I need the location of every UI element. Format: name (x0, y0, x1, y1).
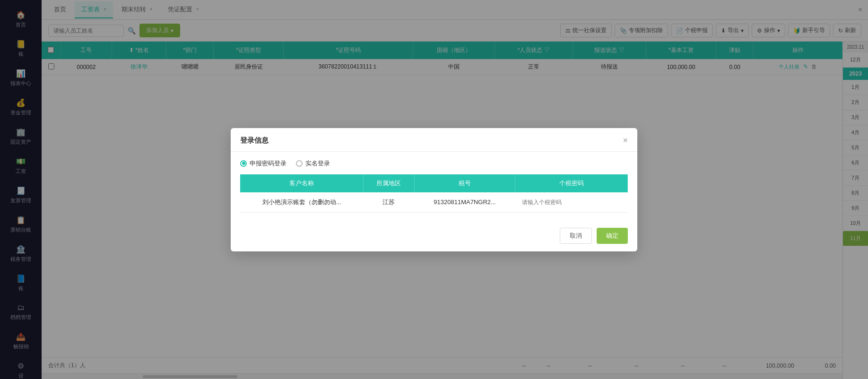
radio-realname-login[interactable]: 实名登录 (296, 159, 330, 168)
dialog-footer: 取消 确定 (231, 220, 637, 251)
dialog-row-name: 刘小艳演示账套（勿删勿动... (240, 192, 363, 213)
dialog-col-password: 个税密码 (515, 174, 628, 192)
dialog-table: 客户名称 所属地区 税号 个税密码 刘小艳演示账套（勿删勿动... 江苏 913… (240, 174, 628, 213)
dialog-row-password[interactable] (515, 192, 628, 213)
dialog-body: 申报密码登录 实名登录 客户名称 所属地区 税号 个税密码 (231, 152, 637, 220)
tax-password-input[interactable] (522, 199, 621, 206)
login-type-radio-group: 申报密码登录 实名登录 (240, 159, 628, 168)
radio-realname-label: 实名登录 (305, 159, 330, 168)
dialog-table-row: 刘小艳演示账套（勿删勿动... 江苏 91320811MA7NGR2... (240, 192, 628, 213)
login-dialog: 登录信息 × 申报密码登录 实名登录 客户名称 所属地区 (231, 128, 637, 251)
radio-realname-dot (296, 160, 303, 167)
cancel-button[interactable]: 取消 (560, 228, 592, 244)
dialog-close-button[interactable]: × (623, 136, 628, 146)
dialog-row-taxid: 91320811MA7NGR2... (415, 192, 515, 213)
dialog-col-name: 客户名称 (240, 174, 363, 192)
dialog-overlay: 登录信息 × 申报密码登录 实名登录 客户名称 所属地区 (0, 0, 868, 379)
dialog-header: 登录信息 × (231, 128, 637, 152)
dialog-col-taxid: 税号 (415, 174, 515, 192)
confirm-button[interactable]: 确定 (597, 228, 628, 244)
dialog-col-region: 所属地区 (363, 174, 414, 192)
dialog-row-region: 江苏 (363, 192, 414, 213)
radio-password-label: 申报密码登录 (250, 159, 286, 168)
dialog-title: 登录信息 (240, 136, 269, 145)
radio-password-login[interactable]: 申报密码登录 (240, 159, 286, 168)
radio-password-dot (240, 160, 247, 167)
